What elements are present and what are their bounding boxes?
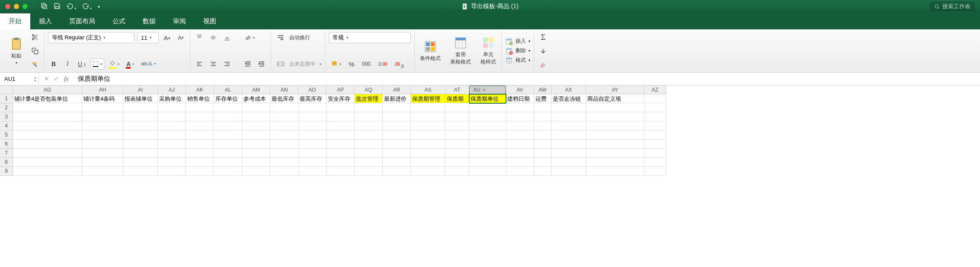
cell[interactable] (82, 140, 123, 149)
cell[interactable] (551, 140, 586, 149)
row-header[interactable]: 5 (0, 130, 13, 140)
col-header[interactable]: AM (242, 86, 270, 94)
cell[interactable]: 库存单位 (214, 94, 242, 103)
table-format-button[interactable]: 套用 表格格式 (448, 35, 473, 67)
cell[interactable] (214, 103, 242, 112)
cell[interactable] (383, 112, 411, 121)
merge-cells-icon[interactable] (275, 58, 287, 70)
cell[interactable] (298, 158, 327, 167)
cell[interactable] (644, 149, 666, 158)
cell[interactable] (82, 167, 123, 176)
cell[interactable] (411, 158, 445, 167)
cell[interactable] (327, 121, 355, 130)
cell[interactable] (411, 140, 445, 149)
cell[interactable]: 批次管理 (355, 94, 383, 103)
cell[interactable] (123, 121, 158, 130)
increase-decimal-icon[interactable]: .0.00 (375, 58, 389, 70)
cell[interactable] (158, 167, 186, 176)
cell[interactable] (383, 140, 411, 149)
cell[interactable] (355, 167, 383, 176)
fill-color-button[interactable] (107, 58, 122, 70)
font-color-button[interactable]: A (124, 58, 136, 70)
cell[interactable] (242, 121, 270, 130)
cell[interactable] (586, 112, 644, 121)
cell[interactable] (270, 103, 298, 112)
col-header[interactable]: AQ (355, 86, 383, 94)
col-header[interactable]: AX (551, 86, 586, 94)
underline-button[interactable]: U (76, 58, 88, 70)
select-all-corner[interactable] (0, 86, 13, 94)
search-box[interactable]: 搜索工作表 (930, 1, 975, 12)
copy-icon[interactable] (29, 45, 41, 57)
wrap-text-icon[interactable] (275, 32, 287, 43)
col-header[interactable]: AU (469, 86, 506, 94)
row-header[interactable]: 2 (0, 103, 13, 112)
cell[interactable] (214, 130, 242, 140)
cell[interactable] (298, 103, 327, 112)
cell[interactable] (327, 112, 355, 121)
cell[interactable] (270, 140, 298, 149)
col-header[interactable]: AY (586, 86, 644, 94)
cell[interactable] (214, 167, 242, 176)
cell[interactable] (506, 158, 534, 167)
italic-button[interactable]: I (62, 58, 73, 70)
border-button[interactable] (90, 58, 104, 70)
cell[interactable] (270, 130, 298, 140)
cell[interactable] (123, 149, 158, 158)
cell[interactable] (534, 130, 551, 140)
cell[interactable] (586, 130, 644, 140)
format-cells-button[interactable]: 格式▾ (505, 57, 530, 64)
cell[interactable]: 参考成本 (242, 94, 270, 103)
name-box[interactable]: AU1 ▲▼ (0, 73, 39, 85)
cell[interactable] (383, 121, 411, 130)
cell[interactable] (469, 149, 506, 158)
cell[interactable] (551, 112, 586, 121)
cell[interactable]: 是否走冻链 (551, 94, 586, 103)
cell[interactable] (327, 140, 355, 149)
cell[interactable] (355, 121, 383, 130)
cell[interactable] (214, 121, 242, 130)
cell[interactable] (411, 130, 445, 140)
orientation-icon[interactable]: ab (242, 32, 257, 43)
cell[interactable] (383, 167, 411, 176)
cell[interactable] (586, 103, 644, 112)
col-header[interactable]: AJ (158, 86, 186, 94)
cell[interactable] (644, 121, 666, 130)
cell[interactable] (551, 167, 586, 176)
cell[interactable] (82, 158, 123, 167)
cell[interactable] (186, 112, 214, 121)
cell[interactable] (242, 158, 270, 167)
cell[interactable] (123, 130, 158, 140)
cell[interactable] (411, 112, 445, 121)
cell[interactable] (355, 140, 383, 149)
cell[interactable]: 最新进价 (383, 94, 411, 103)
cell[interactable] (551, 103, 586, 112)
cell[interactable] (445, 103, 469, 112)
cell[interactable] (327, 103, 355, 112)
cell[interactable] (534, 103, 551, 112)
cell[interactable] (355, 103, 383, 112)
col-header[interactable]: AG (13, 86, 82, 94)
cell[interactable] (82, 121, 123, 130)
cell[interactable] (186, 158, 214, 167)
col-header[interactable]: AN (270, 86, 298, 94)
decrease-decimal-icon[interactable]: .00.0 (392, 58, 406, 70)
col-header[interactable]: AK (186, 86, 214, 94)
cell[interactable] (469, 112, 506, 121)
cell[interactable] (186, 167, 214, 176)
tab-视图[interactable]: 视图 (195, 13, 225, 29)
cell[interactable] (445, 121, 469, 130)
fx-icon[interactable]: fx (64, 76, 68, 83)
cell[interactable] (158, 149, 186, 158)
namebox-down[interactable]: ▼ (34, 79, 37, 82)
cell-styles-button[interactable]: 单元 格样式 (479, 35, 498, 67)
cell[interactable] (242, 149, 270, 158)
align-center-icon[interactable] (208, 58, 219, 70)
cell[interactable] (383, 103, 411, 112)
cell[interactable] (586, 167, 644, 176)
cell[interactable]: 采购单位 (158, 94, 186, 103)
undo-icon[interactable]: ▾ (67, 3, 76, 11)
cell[interactable] (469, 103, 506, 112)
cell[interactable] (506, 167, 534, 176)
cell[interactable] (13, 112, 82, 121)
